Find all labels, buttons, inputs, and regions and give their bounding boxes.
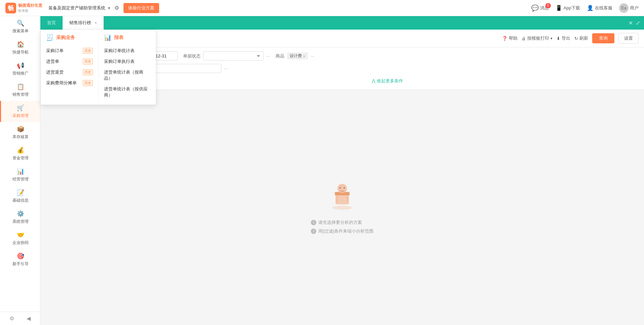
empty-illustration [325,179,359,213]
settings-btn[interactable]: 设置 [618,33,639,44]
query-btn[interactable]: 查询 [592,33,614,43]
report-menu-header: 📊 报表 [103,34,152,41]
tab-close-btn[interactable]: ✕ [629,20,633,26]
svg-point-4 [339,187,341,189]
bill-status-filter: 单据状态 ··· [183,51,270,60]
menu-item-order-exec[interactable]: 采购订单执行表 [103,56,152,67]
sidebar-item-system[interactable]: ⚙️ 系统管理 [0,207,40,228]
sales-icon: 📋 [17,83,24,90]
tab-bar: 首页 销售排行榜 × ✕ ⤢ [40,16,644,30]
purchase-menu-header: 🧾 采购业务 [45,34,94,41]
print-dropdown-icon: ▾ [550,36,552,41]
logo-text: 畅捷通好生意 标准版 [18,3,42,13]
report-menu-icon: 📊 [104,34,111,41]
guide-icon: 🎯 [17,252,24,260]
logo-area: 畅 畅捷通好生意 标准版 [5,3,46,13]
system-settings-icon[interactable]: ⚙ [113,4,121,12]
empty-state: 1 请先选择要分析的方案 2 用[过滤]条件来缩小分析范围 [40,90,644,325]
export-btn[interactable]: ⬇ 导出 [557,35,570,41]
sidebar: 🔍 搜索菜单 🏠 快捷导航 📢 营销推广 📋 销售管理 🛒 采购管理 📦 库存核… [0,16,40,325]
logo-icon: 畅 [5,3,16,13]
history-badge-3: 历史 [83,80,93,86]
sidebar-bottom: ⚙ ◀ [0,312,40,325]
history-badge-2: 历史 [83,69,93,75]
menu-item-cost-alloc[interactable]: 采购费用分摊单 历史 [45,78,94,88]
sidebar-item-inventory[interactable]: 📦 库存核算 [0,122,40,143]
menu-item-return[interactable]: 进货退货 历史 [45,67,94,78]
sidebar-item-sales[interactable]: 📋 销售管理 [0,80,40,101]
menu-item-purchase-order[interactable]: 采购订单 历史 [45,45,94,56]
print-icon: 🖨 [522,36,526,41]
svg-point-0 [332,206,352,210]
collapse-btn[interactable]: ⋀ 收起更多条件 [372,78,403,84]
sidebar-collapse-btn[interactable]: ◀ [27,315,31,322]
menu-item-inbound[interactable]: 进货单 历史 [45,56,94,67]
finance-icon: 💰 [17,147,24,154]
sidebar-item-basicinfo[interactable]: 📝 基础信息 [0,186,40,207]
empty-tips: 1 请先选择要分析的方案 2 用[过滤]条件来缩小分析范围 [311,218,373,236]
tab-maximize-btn[interactable]: ⤢ [636,20,640,26]
app-download-btn[interactable]: 📱 App下载 [556,5,580,11]
report-menu-col: 📊 报表 采购订单统计表 采购订单执行表 进货单统计表（按商品） 进货单统计表（… [98,34,156,100]
menu-item-inbound-stats-goods[interactable]: 进货单统计表（按商品） [103,67,152,84]
tab-close-icon[interactable]: × [95,21,97,25]
sidebar-item-purchase[interactable]: 🛒 采购管理 [0,101,40,122]
sidebar-item-marketing[interactable]: 📢 营销推广 [0,58,40,80]
tab-sales-ranking[interactable]: 销售排行榜 × [63,16,104,30]
system-icon: ⚙️ [17,210,24,217]
sidebar-item-cooperation[interactable]: 🤝 企业协同 [0,228,40,249]
sidebar-item-finance[interactable]: 💰 资金管理 [0,143,40,164]
refresh-icon: ↻ [574,36,578,41]
tab-home[interactable]: 首页 [40,16,63,30]
help-btn[interactable]: ❓ 帮助 [502,35,517,41]
tip1-dot: 1 [311,220,316,225]
salesman-more-dots[interactable]: ··· [224,66,228,71]
history-badge-1: 历史 [83,58,93,65]
basicinfo-icon: 📝 [17,189,24,196]
purchase-icon: 🛒 [17,104,24,112]
collapse-arrow-icon: ⋀ [372,78,375,83]
tab-right-icons: ✕ ⤢ [629,20,644,26]
goods-tag: 设计费 × [287,52,308,59]
notification-btn[interactable]: 💬 消息 6 [531,4,549,12]
export-icon: ⬇ [557,36,560,41]
help-icon: ❓ [502,36,507,41]
sidebar-item-quicknav[interactable]: 🏠 快捷导航 [0,37,40,58]
top-header: 畅 畅捷通好生意 标准版 装备及固定资产辅助管理系统 ▾ ⚙ 体验行业方案 💬 … [0,0,644,16]
purchase-menu-col: 🧾 采购业务 采购订单 历史 进货单 历史 进货退货 历史 采购费用分摊单 历史 [41,34,98,100]
system-title: 装备及固定资产辅助管理系统 [48,5,105,11]
user-btn[interactable]: Ea 用户 [619,3,639,13]
notification-count: 6 [545,3,551,8]
history-badge-0: 历史 [83,48,93,54]
goods-tag-close[interactable]: × [303,54,305,58]
goods-more-dots[interactable]: ··· [311,53,314,58]
home-icon: 🏠 [17,41,24,48]
sidebar-item-search[interactable]: 🔍 搜索菜单 [0,16,40,37]
svg-point-5 [344,187,345,189]
header-right: 💬 消息 6 📱 App下载 👤 在线客服 Ea 用户 [531,3,639,13]
bill-status-more-dots[interactable]: ··· [266,53,270,58]
user-avatar: Ea [619,3,629,13]
salesman-input[interactable] [154,64,221,73]
sidebar-item-operations[interactable]: 📊 经营管理 [0,164,40,186]
header-center: 装备及固定资产辅助管理系统 ▾ ⚙ 体验行业方案 [46,3,531,13]
bill-status-select[interactable] [203,51,264,60]
system-dropdown-arrow[interactable]: ▾ [108,6,110,10]
cooperation-icon: 🤝 [17,231,24,239]
goods-filter: 商品 设计费 × ··· [276,52,314,59]
purchase-dropdown-menu: 🧾 采购业务 采购订单 历史 进货单 历史 进货退货 历史 采购费用分摊单 历史… [40,30,156,105]
print-btn[interactable]: 🖨 按模板打印 ▾ [522,35,552,41]
sidebar-settings-btn[interactable]: ⚙ [9,315,14,322]
online-service-btn[interactable]: 👤 在线客服 [587,5,612,11]
purchase-menu-icon: 🧾 [46,34,53,41]
menu-item-inbound-stats-supplier[interactable]: 进货单统计表（按供应商） [103,84,152,100]
inventory-icon: 📦 [17,125,24,133]
svg-point-3 [337,184,347,193]
marketing-icon: 📢 [17,62,24,69]
refresh-btn[interactable]: ↻ 刷新 [574,35,588,41]
menu-item-order-stats[interactable]: 采购订单统计表 [103,45,152,56]
tip2-dot: 2 [311,229,316,234]
search-icon: 🔍 [17,19,24,27]
industry-btn[interactable]: 体验行业方案 [123,3,159,13]
sidebar-item-guide[interactable]: 🎯 新手引导 [0,249,40,270]
